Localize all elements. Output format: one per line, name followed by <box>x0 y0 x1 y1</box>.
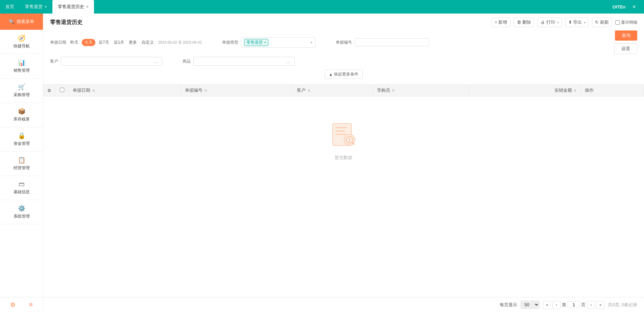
customer-ellipsis-icon[interactable]: ... <box>152 59 159 64</box>
data-table: ⚙ 单据日期 ⇅ 单据编号 ⇅ <box>43 85 644 181</box>
query-settings-buttons: 查询 设置 <box>614 30 637 54</box>
table-header-row: ⚙ 单据日期 ⇅ 单据编号 ⇅ <box>43 85 644 96</box>
th-amount[interactable]: 实销金额 ⇅ <box>469 85 581 96</box>
type-tag-retail-return: 零售退货 × <box>244 39 268 46</box>
th-date[interactable]: 单据日期 ⇅ <box>69 85 181 96</box>
window-close-button[interactable]: × <box>629 3 639 10</box>
print-label: 🖨 打印 <box>541 19 555 25</box>
system-icon: ⚙️ <box>18 205 25 212</box>
sidebar-item-sales[interactable]: 📊 销售管理 <box>0 54 43 79</box>
operations-icon: 📋 <box>18 156 25 164</box>
sidebar-item-purchase-label: 采购管理 <box>14 92 30 98</box>
th-guide-sort-icon: ⇅ <box>392 89 395 92</box>
filter-date-item: 单据日期 昨天 今天 近7天 近1月 更多 自定义 2023-06-02 至 2… <box>50 39 202 46</box>
sidebar-menu: 🧭 快捷导航 📊 销售管理 🛒 采购管理 📦 库存核算 🔒 资金管理 📋 <box>0 30 43 297</box>
date-shortcut-7days[interactable]: 近7天 <box>97 39 111 46</box>
th-settings[interactable]: ⚙ <box>43 85 56 96</box>
tab-home-label: 首页 <box>5 4 14 10</box>
sidebar-item-finance-label: 资金管理 <box>14 141 30 147</box>
th-amount-label: 实销金额 <box>554 88 572 93</box>
filter-row-1: 单据日期 昨天 今天 近7天 近1月 更多 自定义 2023-06-02 至 2… <box>50 30 637 54</box>
page-title-row: 零售退货历史 + 新增 🗑 删除 🖨 打印 ▾ ⬆ 导出 ▾ ↻ 刷新 <box>50 18 637 27</box>
tab-retail-return-history-close[interactable]: × <box>86 4 89 9</box>
filter-row-2: 客户 ... 商品 ... <box>50 57 637 66</box>
main-layout: 🔍 搜索菜单 🧭 快捷导航 📊 销售管理 🛒 采购管理 📦 库存核算 🔒 <box>0 14 644 312</box>
show-detail-checkbox[interactable] <box>615 20 620 25</box>
sidebar: 🔍 搜索菜单 🧭 快捷导航 📊 销售管理 🛒 采购管理 📦 库存核算 🔒 <box>0 14 43 312</box>
query-button[interactable]: 查询 <box>615 30 637 41</box>
per-page-label: 每页显示 <box>500 302 517 308</box>
sidebar-item-inventory[interactable]: 📦 库存核算 <box>0 103 43 127</box>
tab-retail-return-history[interactable]: 零售退货历史 × <box>52 0 94 14</box>
new-button[interactable]: + 新增 <box>492 18 510 27</box>
empty-state: 暂无数据 <box>43 96 644 181</box>
sidebar-item-baseinfo[interactable]: 🗃 基础信息 <box>0 176 43 200</box>
date-shortcut-yesterday[interactable]: 昨天 <box>69 39 80 46</box>
sidebar-item-finance[interactable]: 🔒 资金管理 <box>0 127 43 152</box>
per-page-select[interactable]: 20 50 100 <box>521 301 540 309</box>
tab-retail-return-close[interactable]: × <box>45 4 47 9</box>
select-all-checkbox[interactable] <box>60 88 64 92</box>
sidebar-item-system[interactable]: ⚙️ 系统管理 <box>0 200 43 224</box>
page-number-input[interactable] <box>568 301 580 308</box>
collapse-conditions-button[interactable]: ▲ 收起更多条件 <box>325 70 363 79</box>
th-date-label: 单据日期 <box>73 88 90 93</box>
last-page-button[interactable]: » <box>596 301 604 309</box>
prev-page-button[interactable]: ‹ <box>552 301 560 309</box>
settings-bottom-icon[interactable]: ⚙ <box>10 301 16 309</box>
date-shortcut-more[interactable]: 更多 <box>127 39 138 46</box>
pagination-total: 共0页, 0条记录 <box>608 302 637 308</box>
filter-goods-item: 商品 ... <box>183 57 295 66</box>
th-guide[interactable]: 导购员 ⇅ <box>373 85 469 96</box>
filter-area: 单据日期 昨天 今天 近7天 近1月 更多 自定义 2023-06-02 至 2… <box>50 30 637 84</box>
type-filter-select[interactable]: 零售退货 × ▾ <box>241 37 315 48</box>
collapse-sidebar-icon[interactable]: ≡ <box>29 301 33 308</box>
sidebar-item-system-label: 系统管理 <box>14 214 30 219</box>
type-filter-label: 单据类型 <box>222 40 238 45</box>
next-page-button[interactable]: › <box>587 301 595 309</box>
customer-filter-select[interactable]: ... <box>61 57 162 66</box>
th-customer-label: 客户 <box>297 88 306 93</box>
finance-icon: 🔒 <box>18 132 25 139</box>
delete-button[interactable]: 🗑 删除 <box>514 18 534 27</box>
first-page-button[interactable]: « <box>543 301 551 309</box>
date-filter-label: 单据日期 <box>50 40 66 45</box>
tab-retail-return[interactable]: 零售退货 × <box>20 0 52 14</box>
th-number[interactable]: 单据编号 ⇅ <box>181 85 293 96</box>
tab-home[interactable]: 首页 <box>0 0 20 14</box>
print-chevron-icon: ▾ <box>557 21 559 24</box>
print-button[interactable]: 🖨 打印 ▾ <box>538 18 562 27</box>
filter-settings-button[interactable]: 设置 <box>614 43 637 54</box>
sidebar-item-purchase[interactable]: 🛒 采购管理 <box>0 79 43 103</box>
purchase-icon: 🛒 <box>18 83 25 91</box>
filter-type-item: 单据类型 零售退货 × ▾ <box>222 37 315 48</box>
baseinfo-icon: 🗃 <box>19 181 25 188</box>
top-bar-right: OfTEn × <box>608 3 644 10</box>
toolbar: + 新增 🗑 删除 🖨 打印 ▾ ⬆ 导出 ▾ ↻ 刷新 显示明细 <box>492 18 637 27</box>
date-shortcut-today[interactable]: 今天 <box>82 39 95 46</box>
top-bar: 首页 零售退货 × 零售退货历史 × OfTEn × <box>0 0 644 14</box>
date-shortcuts-group: 昨天 今天 近7天 近1月 更多 自定义 <box>69 39 155 46</box>
page-header: 零售退货历史 + 新增 🗑 删除 🖨 打印 ▾ ⬆ 导出 ▾ ↻ 刷新 <box>43 14 644 85</box>
table-area: ⚙ 单据日期 ⇅ 单据编号 ⇅ <box>43 85 644 297</box>
export-button[interactable]: ⬆ 导出 ▾ <box>565 18 589 27</box>
empty-text: 暂无数据 <box>335 155 352 161</box>
th-customer[interactable]: 客户 ⇅ <box>293 85 373 96</box>
th-checkbox[interactable] <box>56 85 69 96</box>
th-number-sort-icon: ⇅ <box>204 89 207 92</box>
sales-icon: 📊 <box>18 59 25 66</box>
filter-customer-item: 客户 ... <box>50 57 162 66</box>
date-shortcut-custom[interactable]: 自定义 <box>140 39 155 46</box>
sidebar-item-operations[interactable]: 📋 经营管理 <box>0 152 43 176</box>
number-filter-input[interactable] <box>355 38 429 46</box>
refresh-button[interactable]: ↻ 刷新 <box>592 18 612 27</box>
sidebar-item-quicknav[interactable]: 🧭 快捷导航 <box>0 30 43 54</box>
type-tag-close-icon[interactable]: × <box>264 40 266 44</box>
sidebar-search-button[interactable]: 🔍 搜索菜单 <box>0 14 43 30</box>
number-filter-label: 单据编号 <box>336 40 352 45</box>
goods-filter-select[interactable]: ... <box>193 57 295 66</box>
date-shortcut-1month[interactable]: 近1月 <box>113 39 126 46</box>
th-actions-label: 操作 <box>585 88 594 93</box>
filter-number-item: 单据编号 <box>336 38 429 46</box>
goods-ellipsis-icon[interactable]: ... <box>285 59 292 64</box>
